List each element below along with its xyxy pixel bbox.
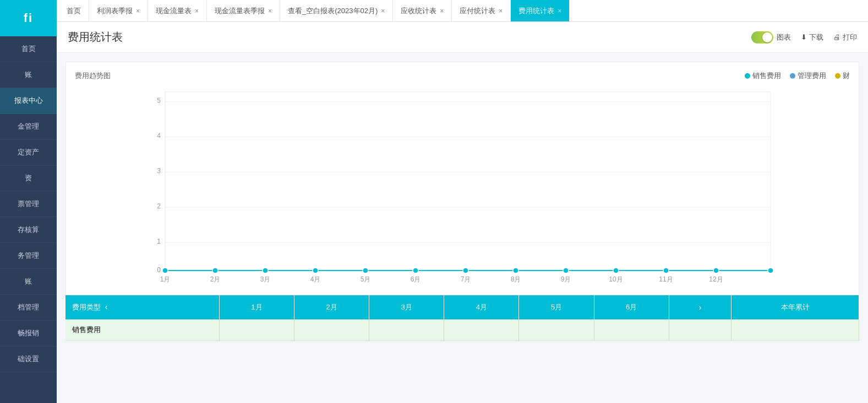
- legend-dot-sales: [745, 73, 750, 79]
- next-month-arrow[interactable]: ›: [697, 303, 704, 312]
- data-table-wrap: 费用类型 ‹ 1月 2月 3月 4月 5月 6月 › 本年累计: [65, 295, 859, 341]
- tab-payable[interactable]: 应付统计表 ×: [452, 0, 511, 21]
- legend-finance: 财: [835, 71, 850, 81]
- legend-label-admin: 管理费用: [798, 71, 826, 81]
- row-total-cell: [731, 319, 859, 341]
- row-m4-cell: [444, 319, 519, 341]
- col-header-type: 费用类型 ‹: [65, 295, 219, 319]
- svg-text:5: 5: [157, 97, 161, 104]
- legend-dot-admin: [790, 73, 795, 79]
- chart-header: 费用趋势图 销售费用 管理费用 财: [75, 71, 850, 81]
- tab-bar: 首页 利润表季报 × 现金流量表 × 现金流量表季报 × 查看_空白报表(202…: [57, 0, 868, 22]
- line-chart-svg: 5 4 3 2 1 0: [75, 86, 850, 284]
- sidebar-item-inventory[interactable]: 存核算: [0, 217, 57, 243]
- svg-text:6月: 6月: [411, 275, 421, 283]
- row-m5-cell: [519, 319, 594, 341]
- tab-blank-report[interactable]: 查看_空白报表(2023年02月) ×: [280, 0, 393, 21]
- chart-toggle[interactable]: [751, 31, 773, 43]
- svg-text:2月: 2月: [210, 275, 221, 283]
- toggle-knob: [762, 32, 772, 42]
- chart-legend: 销售费用 管理费用 财: [745, 71, 850, 81]
- tab-close-blank-report[interactable]: ×: [381, 7, 385, 15]
- svg-point-19: [463, 268, 468, 273]
- svg-text:4月: 4月: [310, 275, 321, 283]
- svg-text:2: 2: [157, 202, 161, 210]
- svg-text:4: 4: [157, 132, 161, 140]
- col-header-m4: 4月: [444, 295, 519, 319]
- tab-cashflow[interactable]: 现金流量表 ×: [148, 0, 207, 21]
- svg-point-15: [263, 268, 268, 273]
- svg-text:0: 0: [157, 266, 161, 274]
- svg-point-17: [363, 268, 368, 273]
- row-type-cell: 销售费用: [65, 319, 219, 341]
- row-m6-cell: [594, 319, 669, 341]
- legend-label-finance: 财: [843, 71, 850, 81]
- col-header-m1: 1月: [219, 295, 294, 319]
- header-actions: 图表 ⬇ 下载 🖨 打印: [751, 31, 857, 43]
- legend-sales: 销售费用: [745, 71, 781, 81]
- svg-rect-12: [165, 92, 771, 271]
- col-header-m3: 3月: [369, 295, 444, 319]
- sidebar: fi 首页 账 报表中心 金管理 定资产 资 票管理 存核算 务管理 账 档管理…: [0, 0, 57, 403]
- tab-close-profit-quarter[interactable]: ×: [136, 7, 140, 15]
- svg-text:8月: 8月: [511, 275, 521, 283]
- sidebar-logo: fi: [0, 0, 57, 36]
- chart-svg-area: 5 4 3 2 1 0: [75, 86, 850, 286]
- download-button[interactable]: ⬇ 下载: [801, 32, 823, 42]
- table-row: 销售费用: [65, 319, 859, 341]
- sidebar-item-basic-settings[interactable]: 础设置: [0, 346, 57, 372]
- tab-expense-stats[interactable]: 费用统计表 ×: [511, 0, 570, 21]
- svg-point-18: [413, 268, 418, 273]
- print-button[interactable]: 🖨 打印: [833, 32, 857, 42]
- tab-close-cashflow[interactable]: ×: [195, 7, 199, 15]
- col-header-m2: 2月: [294, 295, 369, 319]
- sidebar-item-report-center[interactable]: 报表中心: [0, 88, 57, 114]
- svg-text:3月: 3月: [260, 275, 271, 283]
- sidebar-item-file-mgmt[interactable]: 档管理: [0, 295, 57, 321]
- svg-point-16: [313, 268, 318, 273]
- print-icon: 🖨: [833, 33, 840, 41]
- sidebar-item-fixed-assets[interactable]: 定资产: [0, 140, 57, 165]
- legend-dot-finance: [835, 73, 840, 79]
- prev-month-arrow[interactable]: ‹: [103, 302, 110, 311]
- sidebar-item-service-mgmt[interactable]: 务管理: [0, 243, 57, 269]
- svg-point-23: [663, 268, 669, 273]
- row-m2-cell: [294, 319, 369, 341]
- tab-cashflow-quarter[interactable]: 现金流量表季报 ×: [207, 0, 280, 21]
- svg-text:5月: 5月: [361, 275, 371, 283]
- sidebar-item-capital[interactable]: 资: [0, 165, 57, 191]
- sidebar-item-expense[interactable]: 畅报销: [0, 321, 57, 346]
- svg-text:9月: 9月: [561, 275, 571, 283]
- svg-text:7月: 7月: [461, 275, 471, 283]
- sidebar-item-account[interactable]: 账: [0, 62, 57, 88]
- tab-home[interactable]: 首页: [59, 0, 89, 21]
- main-content: 首页 利润表季报 × 现金流量表 × 现金流量表季报 × 查看_空白报表(202…: [57, 0, 868, 403]
- svg-point-14: [212, 268, 218, 273]
- tab-close-receivable[interactable]: ×: [440, 7, 444, 15]
- sidebar-item-ticket-mgmt[interactable]: 票管理: [0, 191, 57, 217]
- svg-point-20: [513, 268, 518, 273]
- tab-profit-quarter[interactable]: 利润表季报 ×: [89, 0, 148, 21]
- col-header-m5: 5月: [519, 295, 594, 319]
- expense-table: 费用类型 ‹ 1月 2月 3月 4月 5月 6月 › 本年累计: [65, 295, 859, 341]
- sidebar-item-cash-mgmt[interactable]: 金管理: [0, 114, 57, 140]
- page-title: 费用统计表: [68, 30, 123, 45]
- svg-point-25: [768, 268, 773, 273]
- legend-label-sales: 销售费用: [752, 71, 781, 81]
- svg-point-24: [713, 268, 719, 273]
- sidebar-item-home[interactable]: 首页: [0, 36, 57, 62]
- chart-container: 费用趋势图 销售费用 管理费用 财: [65, 62, 859, 295]
- svg-text:10月: 10月: [609, 275, 623, 283]
- tab-close-payable[interactable]: ×: [499, 7, 503, 15]
- tab-close-cashflow-quarter[interactable]: ×: [268, 7, 272, 15]
- tab-close-expense-stats[interactable]: ×: [558, 7, 561, 15]
- svg-point-13: [162, 268, 168, 273]
- row-empty-cell: [669, 319, 731, 341]
- page-header: 费用统计表 图表 ⬇ 下载 🖨 打印: [57, 22, 868, 53]
- svg-text:11月: 11月: [659, 275, 673, 283]
- tab-receivable[interactable]: 应收统计表 ×: [393, 0, 452, 21]
- row-m3-cell: [369, 319, 444, 341]
- sidebar-item-ledger[interactable]: 账: [0, 269, 57, 295]
- chart-toggle-wrap[interactable]: 图表: [751, 31, 791, 43]
- legend-admin: 管理费用: [790, 71, 826, 81]
